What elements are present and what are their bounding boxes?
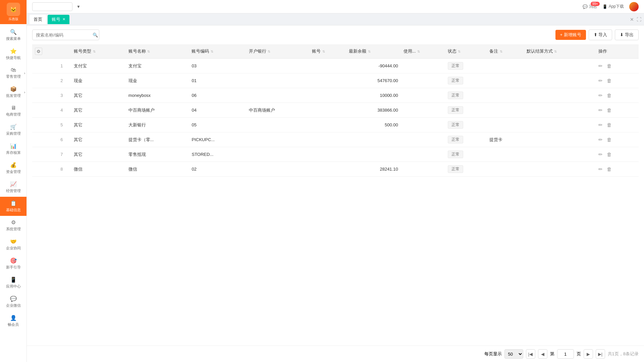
- col-header-default_payment[interactable]: 默认结算方式 ⇅: [524, 44, 596, 59]
- row-usage-0: [401, 59, 445, 73]
- edit-button-2[interactable]: ✏: [598, 93, 603, 98]
- sidebar-label-enterprise: 企业协同: [6, 246, 21, 251]
- col-header-type[interactable]: 账号类型 ⇅: [71, 44, 125, 59]
- delete-button-4[interactable]: 🗑: [607, 122, 612, 128]
- sidebar-item-guide[interactable]: 🎯 新手引导: [0, 254, 26, 273]
- sidebar-label-appcenter: 应用中心: [6, 284, 21, 289]
- sidebar-icon-guide: 🎯: [10, 257, 17, 264]
- sidebar-icon-search: 🔍: [10, 29, 17, 35]
- delete-button-5[interactable]: 🗑: [607, 137, 612, 142]
- col-header-account[interactable]: 账号 ⇅: [309, 44, 346, 59]
- row-code-0: 03: [189, 59, 246, 73]
- sidebar-item-member[interactable]: 👤 畅会员: [0, 311, 26, 330]
- status-badge-2: 正常: [448, 92, 463, 99]
- row-num-4: 5: [58, 118, 71, 132]
- app-download-button[interactable]: 📱 App下载: [602, 4, 624, 9]
- sidebar-label-wechat: 企业微信: [6, 303, 21, 308]
- status-badge-3: 正常: [448, 106, 463, 114]
- row-num-6: 7: [58, 147, 71, 162]
- sidebar-item-retail[interactable]: 🛍 零售管理 ›: [0, 64, 26, 82]
- delete-button-2[interactable]: 🗑: [607, 93, 612, 98]
- row-default-payment-2: [524, 88, 596, 103]
- maximize-tab-action[interactable]: ⛶: [637, 17, 641, 22]
- edit-button-7[interactable]: ✏: [598, 166, 603, 172]
- row-settings-6: [32, 147, 58, 162]
- tab-home[interactable]: 首页: [30, 15, 46, 24]
- row-type-3: 其它: [71, 103, 125, 118]
- table-row: 5 其它 大新银行 05 500.00 正常 ✏ 🗑: [32, 118, 639, 132]
- edit-button-6[interactable]: ✏: [598, 152, 603, 157]
- sidebar-item-wechat[interactable]: 💬 企业微信: [0, 292, 26, 311]
- row-name-4: 大新银行: [126, 118, 189, 132]
- sidebar-item-appcenter[interactable]: 📱 应用中心: [0, 273, 26, 292]
- top-search-input[interactable]: [32, 2, 72, 11]
- page-prev-button[interactable]: ◀: [538, 349, 547, 359]
- sort-icon-account: ⇅: [321, 50, 325, 53]
- status-badge-0: 正常: [448, 62, 463, 70]
- sidebar-item-operation[interactable]: 📈 经营管理: [0, 178, 26, 197]
- export-button[interactable]: ⬇ 导出: [615, 29, 639, 40]
- col-header-status[interactable]: 状态 ⇅: [445, 44, 487, 59]
- edit-button-0[interactable]: ✏: [598, 63, 603, 69]
- col-header-name[interactable]: 账号名称 ⇅: [126, 44, 189, 59]
- sidebar-label-inventory: 库存核算: [6, 150, 21, 155]
- row-type-4: 其它: [71, 118, 125, 132]
- row-default-payment-5: [524, 132, 596, 147]
- delete-button-7[interactable]: 🗑: [607, 166, 612, 172]
- edit-button-5[interactable]: ✏: [598, 137, 603, 142]
- col-header-remark[interactable]: 备注 ⇅: [487, 44, 524, 59]
- sidebar-item-wholesale[interactable]: 📦 批发管理 ›: [0, 82, 26, 102]
- dropdown-button[interactable]: ▼: [76, 4, 80, 9]
- sidebar-label-retail: 零售管理: [6, 74, 21, 79]
- page-first-button[interactable]: |◀: [526, 349, 535, 359]
- col-header-code[interactable]: 账号编码 ⇅: [189, 44, 246, 59]
- row-remark-6: [487, 147, 524, 162]
- sidebar-item-basic[interactable]: 📋 基础信息: [0, 197, 26, 216]
- row-remark-5: 提货卡: [487, 132, 524, 147]
- page-size-select[interactable]: 50 100 200: [504, 349, 523, 359]
- user-avatar[interactable]: [629, 2, 639, 11]
- sidebar-item-system[interactable]: ⚙ 系统管理: [0, 216, 26, 235]
- sidebar-label-guide: 新手引导: [6, 265, 21, 270]
- sidebar-item-inventory[interactable]: 📊 库存核算: [0, 139, 26, 159]
- col-header-bank[interactable]: 开户银行 ⇅: [246, 44, 310, 59]
- row-balance-7: 28241.10: [346, 162, 400, 177]
- close-tab-action[interactable]: ✕: [630, 17, 634, 22]
- import-button[interactable]: ⬆ 导入: [589, 29, 612, 40]
- tab-close-account[interactable]: ✕: [62, 17, 65, 21]
- delete-button-6[interactable]: 🗑: [607, 152, 612, 157]
- row-account-1: [309, 73, 346, 88]
- sidebar-item-enterprise[interactable]: 🤝 企业协同: [0, 235, 26, 254]
- sidebar-item-ecommerce[interactable]: 🖥 电商管理: [0, 102, 26, 120]
- row-balance-2: 10000.00: [346, 88, 400, 103]
- tab-account[interactable]: 账号✕: [48, 15, 69, 24]
- sidebar-item-search[interactable]: 🔍 搜索菜单: [0, 25, 26, 45]
- sidebar-item-purchase[interactable]: 🛒 采购管理: [0, 120, 26, 139]
- col-header-balance[interactable]: 最新余额 ⇅: [346, 44, 400, 59]
- row-status-2: 正常: [445, 88, 487, 103]
- edit-button-4[interactable]: ✏: [598, 122, 603, 128]
- page-last-button[interactable]: ▶|: [596, 349, 605, 359]
- edit-button-1[interactable]: ✏: [598, 78, 603, 83]
- row-status-6: 正常: [445, 147, 487, 162]
- row-default-payment-0: [524, 59, 596, 73]
- sidebar-item-shortcut[interactable]: ⭐ 快捷导航: [0, 45, 26, 64]
- search-input[interactable]: [32, 29, 99, 40]
- message-button[interactable]: 💬 消息 99+: [583, 4, 597, 9]
- row-type-5: 其它: [71, 132, 125, 147]
- sidebar-item-capital[interactable]: 💰 资金管理: [0, 159, 26, 178]
- delete-button-1[interactable]: 🗑: [607, 78, 612, 83]
- row-status-3: 正常: [445, 103, 487, 118]
- row-account-2: [309, 88, 346, 103]
- page-number-input[interactable]: [557, 349, 574, 359]
- delete-button-0[interactable]: 🗑: [607, 63, 612, 69]
- row-default-payment-3: [524, 103, 596, 118]
- col-header-usage[interactable]: 使用... ⇅: [401, 44, 445, 59]
- delete-button-3[interactable]: 🗑: [607, 107, 612, 113]
- add-account-button[interactable]: + 新增账号: [555, 30, 586, 40]
- tab-actions: ✕ ⛶: [630, 17, 641, 22]
- page-next-button[interactable]: ▶: [584, 349, 593, 359]
- search-icon[interactable]: 🔍: [93, 33, 98, 38]
- table-settings-icon[interactable]: ⚙: [35, 48, 42, 55]
- edit-button-3[interactable]: ✏: [598, 107, 603, 113]
